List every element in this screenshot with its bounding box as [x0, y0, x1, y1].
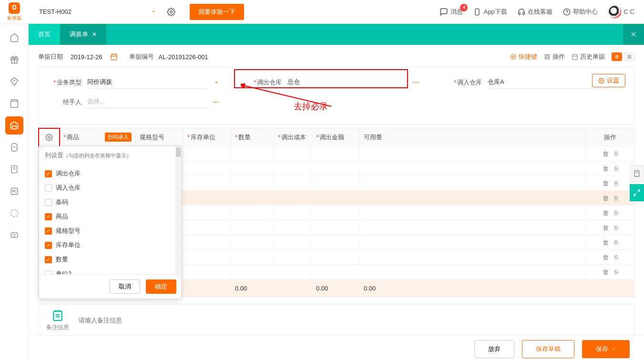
field-handler[interactable]: 经手人 选择... ⋯: [48, 95, 220, 108]
checkbox-icon[interactable]: [45, 185, 52, 192]
popover-item[interactable]: ✓数量: [43, 252, 177, 267]
trial-button[interactable]: 我要体验一下: [190, 4, 244, 20]
delete-icon[interactable]: 🗑: [603, 195, 609, 202]
field-biz-type[interactable]: *业务类型 同价调拨: [48, 76, 220, 89]
copy-icon[interactable]: ⎘: [614, 150, 618, 157]
popover-item[interactable]: 单位2: [43, 267, 177, 274]
project-select[interactable]: TEST-H002: [38, 6, 157, 18]
checkbox-icon[interactable]: ✓: [45, 242, 52, 249]
save-button[interactable]: 保存: [582, 340, 630, 358]
popover-item[interactable]: ✓库存单位: [43, 238, 177, 252]
app-download-link[interactable]: App下载: [473, 8, 507, 16]
shortcut-link[interactable]: 快捷键: [510, 52, 537, 61]
tab-home[interactable]: 首页: [29, 24, 60, 45]
gear-icon[interactable]: [167, 8, 175, 16]
remark-input[interactable]: [79, 317, 626, 324]
discard-button[interactable]: 放弃: [474, 340, 514, 358]
messages-badge: 4: [460, 4, 468, 11]
copy-icon[interactable]: ⎘: [614, 180, 618, 187]
popover-item[interactable]: 调入仓库: [43, 181, 177, 195]
delete-icon[interactable]: 🗑: [603, 269, 609, 276]
more-icon[interactable]: ⋯: [613, 79, 620, 86]
side-bag-icon[interactable]: [5, 94, 23, 113]
copy-icon[interactable]: ⎘: [614, 224, 618, 231]
view-grid-icon[interactable]: [624, 52, 634, 61]
copy-icon[interactable]: ⎘: [614, 269, 618, 276]
side-tag-icon[interactable]: [5, 72, 23, 91]
service-link[interactable]: 在线客服: [518, 8, 552, 16]
note-icon[interactable]: [630, 165, 644, 182]
column-settings-button[interactable]: [39, 128, 60, 146]
delete-icon[interactable]: 🗑: [603, 150, 609, 157]
delete-icon[interactable]: 🗑: [603, 165, 609, 172]
tab-close-all[interactable]: [623, 24, 644, 45]
delete-icon[interactable]: 🗑: [603, 224, 609, 231]
field-out-warehouse[interactable]: *调出仓库 总仓 ⋯: [248, 76, 420, 89]
popover-ok-button[interactable]: 确定: [146, 279, 176, 294]
svg-rect-44: [53, 311, 61, 321]
popover-item[interactable]: 条码: [43, 195, 177, 209]
copy-icon[interactable]: ⎘: [614, 195, 618, 202]
side-warehouse-icon[interactable]: [5, 116, 23, 134]
checkbox-icon[interactable]: [45, 199, 52, 206]
svg-rect-38: [627, 57, 629, 59]
column-settings-popover: 列设置（勾选的列会在表格中显示） ✓调出仓库 调入仓库 条码 ✓商品 ✓规格型号…: [39, 146, 182, 299]
expand-icon[interactable]: [630, 184, 644, 201]
copy-icon[interactable]: ⎘: [614, 165, 618, 172]
svg-point-16: [10, 210, 18, 217]
copy-icon[interactable]: ⎘: [614, 254, 618, 261]
operate-link[interactable]: 操作: [544, 52, 565, 61]
logo[interactable]: 标准版: [0, 2, 29, 21]
popover-cancel-button[interactable]: 取消: [110, 279, 140, 294]
side-home-icon[interactable]: [5, 29, 23, 47]
more-icon[interactable]: ⋯: [413, 79, 420, 86]
copy-icon[interactable]: ⎘: [614, 209, 618, 217]
popover-item[interactable]: ✓规格型号: [43, 224, 177, 238]
delete-icon[interactable]: 🗑: [603, 180, 609, 187]
close-icon[interactable]: ✕: [92, 31, 97, 38]
copy-icon[interactable]: ⎘: [614, 239, 618, 246]
delete-icon[interactable]: 🗑: [603, 254, 609, 261]
side-loading-icon[interactable]: [5, 204, 23, 222]
checkbox-icon[interactable]: ✓: [45, 170, 52, 177]
scan-badge[interactable]: 扫码录入: [105, 133, 132, 142]
svg-text:新: 新: [12, 234, 16, 237]
side-contact-icon[interactable]: [5, 182, 23, 200]
view-toggle: [612, 52, 634, 61]
tab-current[interactable]: 调拨单 ✕: [60, 24, 106, 45]
calendar-icon[interactable]: [110, 53, 118, 61]
footer-avail: 0.00: [360, 279, 586, 297]
side-money-icon[interactable]: [5, 138, 23, 156]
scrollbar[interactable]: [175, 165, 181, 274]
more-icon[interactable]: ⋯: [213, 98, 220, 105]
col-unit: *库存单位: [184, 128, 231, 146]
side-clipboard-icon[interactable]: [5, 160, 23, 178]
popover-list[interactable]: ✓调出仓库 调入仓库 条码 ✓商品 ✓规格型号 ✓库存单位 ✓数量 单位2: [39, 165, 181, 274]
svg-point-15: [12, 190, 14, 192]
help-link[interactable]: 帮助中心: [563, 8, 598, 16]
checkbox-icon[interactable]: ✓: [45, 228, 52, 235]
avatar: [608, 5, 622, 19]
history-link[interactable]: 历史单据: [572, 52, 605, 61]
view-list-icon[interactable]: [612, 52, 622, 61]
checkbox-icon[interactable]: ✓: [45, 256, 52, 263]
popover-item[interactable]: ✓调出仓库: [43, 166, 177, 181]
col-amount: *调出金额: [312, 128, 360, 146]
field-in-warehouse[interactable]: *调入仓库 仓库A ⋯: [449, 76, 620, 89]
side-new-icon[interactable]: 新: [5, 226, 23, 244]
headset-icon: [518, 8, 525, 16]
delete-icon[interactable]: 🗑: [603, 239, 609, 246]
delete-icon[interactable]: 🗑: [603, 209, 609, 217]
doc-header: 单据日期 2019-12-26 单据编号 AL-20191226-001 快捷键…: [29, 50, 644, 64]
checkbox-icon[interactable]: ✓: [45, 213, 52, 220]
doc-date-value[interactable]: 2019-12-26: [68, 53, 105, 61]
side-gift-icon[interactable]: [5, 51, 23, 69]
messages-link[interactable]: 消息 4: [440, 8, 463, 16]
checkbox-icon[interactable]: [45, 270, 52, 275]
popover-item[interactable]: ✓商品: [43, 209, 177, 224]
user-menu[interactable]: C C: [608, 5, 634, 19]
right-toolbar: [630, 165, 644, 201]
col-spec: 规格型号: [136, 128, 184, 146]
footer: 放弃 保存草稿 保存: [29, 335, 644, 362]
save-draft-button[interactable]: 保存草稿: [522, 340, 574, 358]
